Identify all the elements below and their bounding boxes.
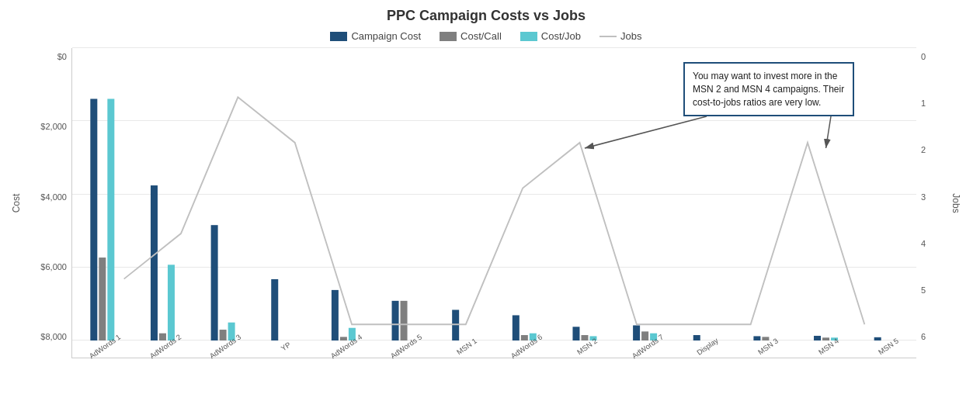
svg-rect-1 <box>99 258 106 341</box>
y-tick-right-6: 6 <box>921 332 926 341</box>
svg-rect-15 <box>392 301 399 341</box>
y-tick-right-0: 0 <box>921 52 926 61</box>
x-labels-row: AdWords 1AdWords 2AdWords 3YPAdWords 4Ad… <box>72 341 916 358</box>
chart-container: PPC Campaign Costs vs Jobs Campaign Cost… <box>0 0 980 401</box>
y-tick-left-1: $2,000 <box>40 122 67 131</box>
svg-rect-28 <box>641 331 648 341</box>
svg-rect-7 <box>220 330 227 341</box>
legend-item-jobs: Jobs <box>599 30 641 42</box>
y-axis-left-label: Cost <box>11 194 22 213</box>
legend-label-cost-job: Cost/Job <box>541 30 581 42</box>
legend-swatch-campaign-cost <box>330 32 347 41</box>
chart-legend: Campaign Cost Cost/Call Cost/Job Jobs <box>8 30 964 42</box>
annotation-text: You may want to invest more in the MSN 2… <box>693 71 844 108</box>
y-tick-right-1: 1 <box>921 99 926 108</box>
svg-rect-16 <box>401 301 408 341</box>
y-tick-right-4: 4 <box>921 239 926 248</box>
legend-label-cost-call: Cost/Call <box>460 30 502 42</box>
svg-rect-27 <box>633 325 640 341</box>
svg-rect-6 <box>211 225 218 341</box>
legend-swatch-jobs <box>599 36 617 37</box>
plot-area: You may want to invest more in the MSN 2… <box>71 48 916 358</box>
legend-label-jobs: Jobs <box>620 30 641 42</box>
svg-rect-21 <box>513 315 520 341</box>
legend-label-campaign-cost: Campaign Cost <box>351 30 421 42</box>
y-axis-right-label: Jobs <box>950 193 961 213</box>
legend-swatch-cost-job <box>520 32 537 41</box>
svg-rect-2 <box>107 99 114 341</box>
y-axis-right: 6 5 4 3 2 1 0 <box>916 48 947 358</box>
y-tick-left-3: $6,000 <box>40 262 67 271</box>
y-axis-left: $8,000 $6,000 $4,000 $2,000 $0 <box>25 48 71 358</box>
svg-rect-9 <box>271 279 278 341</box>
svg-rect-25 <box>581 335 588 341</box>
y-tick-left-0: $0 <box>57 52 67 61</box>
svg-rect-5 <box>168 264 175 341</box>
svg-rect-0 <box>90 99 97 341</box>
y-tick-right-2: 2 <box>921 145 926 154</box>
legend-item-cost-job: Cost/Job <box>520 30 581 42</box>
legend-item-campaign-cost: Campaign Cost <box>330 30 421 42</box>
annotation-box: You may want to invest more in the MSN 2… <box>683 62 854 116</box>
y-tick-right-3: 3 <box>921 192 926 202</box>
svg-rect-4 <box>159 334 166 341</box>
chart-title: PPC Campaign Costs vs Jobs <box>8 8 964 24</box>
svg-rect-24 <box>572 327 579 341</box>
y-tick-right-5: 5 <box>921 285 926 295</box>
y-tick-left-4: $8,000 <box>40 332 67 341</box>
svg-rect-3 <box>151 185 158 341</box>
legend-item-cost-call: Cost/Call <box>440 30 502 42</box>
svg-rect-12 <box>332 290 339 341</box>
svg-rect-30 <box>693 335 700 341</box>
svg-rect-18 <box>452 309 459 341</box>
legend-swatch-cost-call <box>440 32 457 41</box>
y-tick-left-2: $4,000 <box>40 192 67 202</box>
